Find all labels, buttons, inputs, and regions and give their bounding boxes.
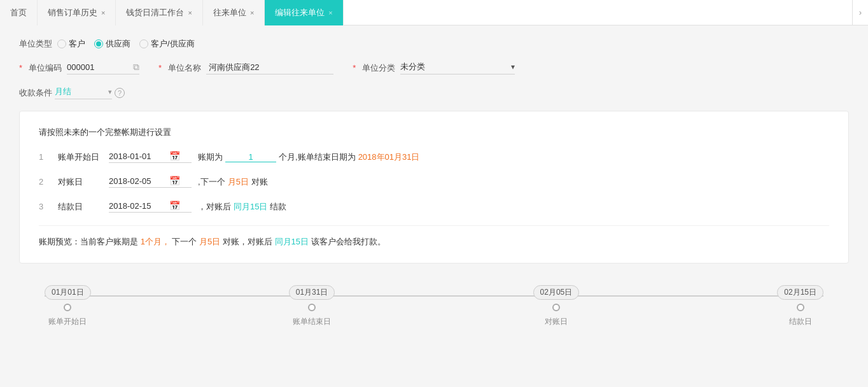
tab-sales-history[interactable]: 销售订单历史 × [38,0,116,25]
preview-reconcile-prefix: 下一个 [172,237,197,246]
timeline-node-0: 01月01日 账单开始日 [45,285,91,327]
node-1-badge: 01月31日 [289,285,335,300]
radio-group: 客户 供应商 客户/供应商 [57,38,195,50]
node-2-dot [552,304,560,311]
tab-cash-desk[interactable]: 钱货日清工作台 × [116,0,202,25]
unit-name-field: * 单位名称 [158,62,333,74]
radio-customer-dot [57,39,66,48]
node-1-label: 账单结束日 [293,316,331,327]
unit-code-input-wrap: ⧉ [67,62,139,74]
radio-supplier-label: 供应商 [106,38,130,50]
unit-type-row: 单位类型 客户 供应商 客户/供应商 [19,38,849,50]
preview-prefix: 账期预览：当前客户账期是 [39,237,138,246]
row-3-label: 结款日 [58,201,102,213]
preview-reconcile-suffix: 对账，对账后 [223,237,272,246]
period-input[interactable] [225,152,276,162]
tabs-bar: 首页 销售订单历史 × 钱货日清工作台 × 往来单位 × 编辑往来单位 × › [0,0,868,25]
timeline-node-1: 01月31日 账单结束日 [289,285,335,327]
payment-row: 收款条件 月结 ▾ ? [19,86,849,99]
row-2-prefix: ,下一个 [198,176,225,188]
row-1-calendar-icon[interactable]: 📅 [169,151,180,161]
unit-name-label: 单位名称 [168,62,201,74]
unit-type-label: 单位类型 [19,38,52,50]
tab-contacts-label: 往来单位 [213,7,246,18]
payment-field: 收款条件 月结 ▾ ? [19,86,125,99]
row-3-highlight-day: 同月15日 [234,201,267,213]
unit-code-field: * 单位编码 ⧉ [19,62,139,74]
row-2-date-wrap: 📅 [109,176,192,188]
payment-help-icon[interactable]: ? [115,88,125,98]
unit-name-input[interactable] [206,62,333,74]
unit-category-select[interactable]: 未分类 ▾ [400,61,515,74]
cat-required-star: * [353,63,356,73]
card-title: 请按照未来的一个完整帐期进行设置 [39,127,829,138]
row-3-num: 3 [39,202,52,211]
category-chevron-icon: ▾ [511,62,515,71]
billing-row-1: 1 账单开始日 📅 账期为 个月,账单结束日期为 2018年01月31日 [39,151,829,163]
node-2-label: 对账日 [545,316,568,327]
row-2-label: 对账日 [58,176,102,188]
node-3-badge: 02月15日 [777,285,823,300]
row-2-num: 2 [39,177,52,186]
node-2-badge: 02月05日 [533,285,580,300]
row-3-date-wrap: 📅 [109,201,192,213]
preview-pay-day: 同月15日 [275,237,309,246]
preview-section: 账期预览：当前客户账期是 1个月， 下一个 月5日 对账，对账后 同月15日 该… [39,225,829,248]
row-3-date-input[interactable] [109,201,169,211]
row-3-suffix: ，对账后 同月15日 结款 [198,201,286,213]
radio-supplier-dot [94,39,103,48]
node-3-dot [797,304,804,311]
row-1-date-wrap: 📅 [109,151,192,163]
row-2-date-input[interactable] [109,176,169,186]
tab-contacts-close[interactable]: × [250,9,254,17]
billing-card: 请按照未来的一个完整帐期进行设置 1 账单开始日 📅 账期为 个月,账单结束日期… [19,111,849,264]
node-0-badge: 01月01日 [45,285,91,300]
name-required-star: * [158,63,162,73]
payment-value: 月结 [55,86,104,97]
tab-cash-close[interactable]: × [188,9,192,17]
tab-sales-label: 销售订单历史 [48,7,97,18]
unit-code-copy-icon[interactable]: ⧉ [133,62,139,73]
row-2-suffix: ,下一个 月5日 对账 [198,176,268,188]
node-1-dot [308,304,316,311]
unit-code-input[interactable] [67,62,130,72]
unit-category-field: * 单位分类 未分类 ▾ [353,61,515,74]
preview-reconcile-day: 月5日 [199,237,220,246]
radio-customer-label: 客户 [69,38,85,50]
radio-both[interactable]: 客户/供应商 [139,38,195,50]
timeline-node-2: 02月05日 对账日 [533,285,580,327]
radio-customer[interactable]: 客户 [57,38,85,50]
main-content: 单位类型 客户 供应商 客户/供应商 * 单位编码 [0,25,868,387]
tab-home[interactable]: 首页 [0,0,38,25]
tab-sales-close[interactable]: × [101,9,105,17]
row-3-prefix: ，对账后 [198,201,231,213]
row-3-calendar-icon[interactable]: 📅 [169,201,180,211]
row-2-calendar-icon[interactable]: 📅 [169,176,180,186]
row-2-suffix-part2: 对账 [251,176,268,188]
tab-contacts[interactable]: 往来单位 × [203,0,265,25]
payment-select[interactable]: 月结 ▾ [55,86,112,99]
tab-edit-label: 编辑往来单位 [275,7,325,18]
node-3-label: 结款日 [789,316,812,327]
preview-suffix: 该客户会给我打款。 [311,237,386,246]
row-1-num: 1 [39,152,52,162]
node-0-dot [64,304,71,311]
timeline-nodes: 01月01日 账单开始日 01月31日 账单结束日 02月05日 对账日 02月… [45,285,823,327]
unit-info-row: * 单位编码 ⧉ * 单位名称 * 单位分类 未分类 ▾ [19,61,849,74]
row-1-suffix-before: 账期为 [198,151,223,163]
code-required-star: * [19,63,22,73]
unit-type-field: 单位类型 客户 供应商 客户/供应商 [19,38,195,50]
tab-cash-label: 钱货日清工作台 [126,7,184,18]
tab-edit-close[interactable]: × [328,9,332,17]
tab-more-arrow[interactable]: › [852,0,868,25]
row-1-date-input[interactable] [109,151,169,161]
row-1-suffix: 账期为 个月,账单结束日期为 2018年01月31日 [198,151,419,163]
unit-category-value: 未分类 [400,61,507,73]
tab-edit-contact[interactable]: 编辑往来单位 × [265,0,343,25]
radio-supplier[interactable]: 供应商 [94,38,130,50]
billing-row-2: 2 对账日 📅 ,下一个 月5日 对账 [39,176,829,188]
payment-label: 收款条件 [19,87,52,99]
tab-home-label: 首页 [10,7,27,18]
radio-both-dot [139,39,148,48]
row-3-suffix-part2: 结款 [270,201,286,213]
